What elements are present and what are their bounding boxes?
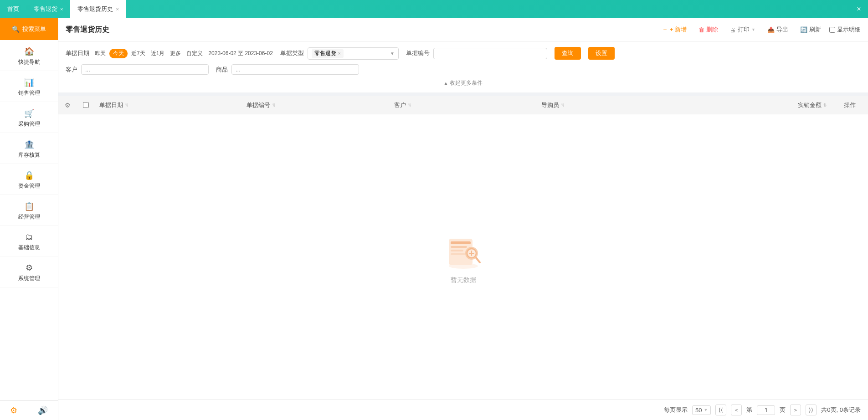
prev-page-btn[interactable]: ＜ xyxy=(731,405,742,415)
sidebar-item-inventory[interactable]: 🏦 库存核算 xyxy=(0,133,58,164)
system-label: 系统管理 xyxy=(18,275,40,282)
per-page-select[interactable]: 50 ▼ xyxy=(692,405,711,415)
select-all-checkbox[interactable] xyxy=(83,102,89,108)
add-button[interactable]: ＋ + 新增 xyxy=(658,24,690,36)
th-date-sort[interactable]: ⇅ xyxy=(125,103,128,108)
page-header: 零售退货历史 ＋ + 新增 🗑 删除 🖨 打印 ▼ 📤 导出 xyxy=(58,18,868,41)
th-amount-sort[interactable]: ⇅ xyxy=(823,103,827,108)
sidebar-item-purchase[interactable]: 🛒 采购管理 xyxy=(0,102,58,133)
sidebar-search-label: 搜索菜单 xyxy=(22,25,46,33)
inventory-label: 库存核算 xyxy=(18,151,40,159)
delete-icon: 🗑 xyxy=(699,26,704,33)
sidebar: 🔍 搜索菜单 🏠 快捷导航 📊 销售管理 🛒 采购管理 🏦 库存核算 🔒 资金管… xyxy=(0,18,58,420)
last-page-btn[interactable]: ⟩⟩ xyxy=(806,405,817,415)
tab-label: 零售退货历史 xyxy=(77,5,113,13)
sidebar-item-system[interactable]: ⚙ 系统管理 xyxy=(0,256,58,287)
sidebar-item-sales[interactable]: 📊 销售管理 xyxy=(0,71,58,102)
empty-illustration xyxy=(441,230,486,271)
tab-label: 首页 xyxy=(7,5,19,13)
th-amount: 实销金额 ⇅ xyxy=(684,101,832,109)
voucher-label: 单据编号 xyxy=(406,49,430,57)
first-page-btn[interactable]: ⟨⟨ xyxy=(715,405,726,415)
print-button[interactable]: 🖨 打印 ▼ xyxy=(726,24,759,36)
print-label: 打印 xyxy=(738,26,750,34)
delete-label: 删除 xyxy=(706,26,718,34)
base-info-label: 基础信息 xyxy=(18,244,40,251)
type-tag-input[interactable]: 零售退货 × ▼ xyxy=(308,47,399,60)
date-btn-custom[interactable]: 自定义 xyxy=(185,49,205,58)
sidebar-item-finance[interactable]: 🔒 资金管理 xyxy=(0,164,58,195)
window-close-button[interactable]: × xyxy=(850,0,868,18)
date-btn-today[interactable]: 今天 xyxy=(109,49,128,58)
goods-dots: ... xyxy=(236,66,241,73)
settings-icon[interactable]: ⚙ xyxy=(10,405,17,415)
goods-input[interactable]: ... xyxy=(231,64,359,75)
toolbar: ＋ + 新增 🗑 删除 🖨 打印 ▼ 📤 导出 🔄 xyxy=(658,24,861,41)
sidebar-item-base-info[interactable]: 🗂 基础信息 xyxy=(0,226,58,256)
svg-rect-2 xyxy=(451,241,471,244)
th-customer-sort[interactable]: ⇅ xyxy=(408,103,411,108)
tab-retail-return-history[interactable]: 零售退货历史× xyxy=(70,0,126,18)
date-btn-1month[interactable]: 近1月 xyxy=(149,49,167,58)
pagination-summary: 共0页, 0条记录 xyxy=(821,406,861,414)
settings-button[interactable]: 设置 xyxy=(588,47,615,60)
page-title: 零售退货历史 xyxy=(66,25,109,40)
table-settings-icon: ⚙ xyxy=(65,102,71,109)
refresh-button[interactable]: 🔄 刷新 xyxy=(796,24,825,36)
filter-area: 单据日期 昨天 今天 近7天 近1月 更多 自定义 2023-06-02 至 2… xyxy=(58,41,868,92)
page-number-input[interactable] xyxy=(757,405,775,415)
type-tag-close[interactable]: × xyxy=(338,51,341,56)
content-area: 零售退货历史 ＋ + 新增 🗑 删除 🖨 打印 ▼ 📤 导出 xyxy=(58,18,868,420)
sales-label: 销售管理 xyxy=(18,89,40,97)
sidebar-search[interactable]: 🔍 搜索菜单 xyxy=(0,18,58,40)
tab-home[interactable]: 首页 xyxy=(0,0,26,18)
print-icon: 🖨 xyxy=(730,26,736,33)
audio-icon[interactable]: 🔊 xyxy=(38,405,48,415)
th-no-sort[interactable]: ⇅ xyxy=(272,103,276,108)
th-date: 单据日期 ⇅ xyxy=(95,101,242,109)
add-label: + 新增 xyxy=(670,26,687,34)
tab-close-retail-return-history[interactable]: × xyxy=(116,6,118,12)
collapse-row[interactable]: ▲ 收起更多条件 xyxy=(66,79,861,87)
system-icon: ⚙ xyxy=(26,263,33,273)
customer-input[interactable]: ... xyxy=(81,64,209,75)
sidebar-item-quick-nav[interactable]: 🏠 快捷导航 xyxy=(0,40,58,71)
goods-label: 商品 xyxy=(216,66,228,74)
refresh-icon: 🔄 xyxy=(800,26,807,33)
type-tag-retail: 零售退货 × xyxy=(312,49,344,58)
operation-icon: 📋 xyxy=(24,201,34,211)
query-button[interactable]: 查询 xyxy=(555,47,581,60)
th-date-label: 单据日期 xyxy=(99,101,123,109)
date-btn-more[interactable]: 更多 xyxy=(168,49,183,58)
main-layout: 🔍 搜索菜单 🏠 快捷导航 📊 销售管理 🛒 采购管理 🏦 库存核算 🔒 资金管… xyxy=(0,18,868,420)
date-btn-yesterday[interactable]: 昨天 xyxy=(93,49,108,58)
tab-bar: 首页零售退货×零售退货历史× xyxy=(0,0,850,18)
th-ops: 操作 xyxy=(832,101,868,109)
delete-button[interactable]: 🗑 删除 xyxy=(695,24,722,36)
purchase-icon: 🛒 xyxy=(24,108,34,118)
next-page-btn[interactable]: ＞ xyxy=(790,405,801,415)
th-checkbox[interactable] xyxy=(77,102,95,108)
customer-label: 客户 xyxy=(66,66,77,74)
th-settings[interactable]: ⚙ xyxy=(58,102,77,109)
sidebar-bottom: ⚙ 🔊 xyxy=(0,400,58,420)
finance-label: 资金管理 xyxy=(18,182,40,190)
date-btn-7days[interactable]: 近7天 xyxy=(129,49,147,58)
filter-voucher: 单据编号 xyxy=(406,48,547,59)
filter-row-2: 客户 ... 商品 ... xyxy=(66,64,861,75)
svg-rect-3 xyxy=(451,246,467,248)
show-detail-checkbox-label[interactable]: 显示明细 xyxy=(829,26,861,34)
voucher-input[interactable] xyxy=(433,48,547,59)
per-page-arrow: ▼ xyxy=(704,408,708,412)
per-page-label: 每页显示 xyxy=(664,406,688,414)
sidebar-item-operation[interactable]: 📋 经营管理 xyxy=(0,195,58,226)
th-guide-sort[interactable]: ⇅ xyxy=(561,103,565,108)
export-button[interactable]: 📤 导出 xyxy=(764,24,792,36)
show-detail-checkbox[interactable] xyxy=(829,27,835,33)
page-unit: 页 xyxy=(780,406,786,414)
th-ops-label: 操作 xyxy=(844,101,856,109)
tab-close-retail-return[interactable]: × xyxy=(60,6,63,12)
th-customer-label: 客户 xyxy=(394,101,406,109)
svg-line-8 xyxy=(476,258,480,262)
tab-retail-return[interactable]: 零售退货× xyxy=(26,0,70,18)
